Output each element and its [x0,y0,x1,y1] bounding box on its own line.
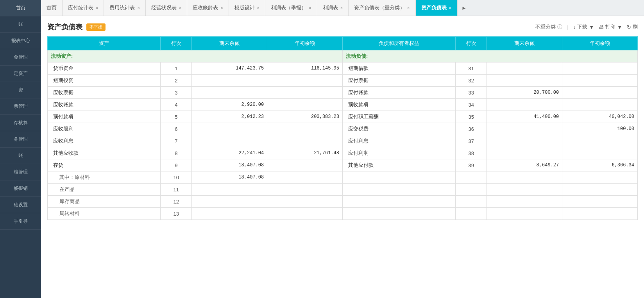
left-end-balance[interactable] [192,184,267,196]
right-begin-balance[interactable] [562,147,638,159]
right-end-balance[interactable]: 8,649.27 [487,159,562,171]
right-label-cell[interactable] [342,208,455,220]
sidebar-item-report-center[interactable]: 报表中心 [0,33,41,49]
left-end-balance[interactable] [192,135,267,147]
tab-close-template-design[interactable]: × [257,5,259,10]
left-end-balance[interactable]: 18,407.08 [192,171,267,184]
right-end-balance[interactable] [487,123,562,135]
left-end-balance[interactable]: 2,920.00 [192,99,267,111]
right-begin-balance[interactable] [562,208,638,220]
right-label-cell[interactable]: 应付利息 [342,135,455,147]
tab-ar-aging[interactable]: 应收账龄表 × [187,0,229,16]
right-begin-balance[interactable]: 40,042.00 [562,111,638,123]
right-end-balance[interactable] [487,135,562,147]
right-label-cell[interactable]: 应付账款 [342,87,455,99]
left-begin-balance[interactable] [267,196,343,208]
left-label-cell[interactable]: 应收利息 [48,135,161,147]
left-label-cell[interactable]: 在产品 [48,184,161,196]
tab-profit-quarterly[interactable]: 利润表（季报） × [265,0,317,16]
right-label-cell[interactable]: 预收款项 [342,99,455,111]
tab-balance-reclassified[interactable]: 资产负债表（重分类） × [349,0,415,16]
left-label-cell[interactable]: 短期投资 [48,75,161,87]
left-begin-balance[interactable] [267,208,343,220]
right-label-cell[interactable] [342,184,455,196]
right-end-balance[interactable] [487,184,562,196]
right-label-cell[interactable]: 应付职工薪酬 [342,111,455,123]
tab-close-ap-stats[interactable]: × [96,5,98,10]
left-begin-balance[interactable]: 200,383.23 [267,111,343,123]
left-label-cell[interactable]: 货币资金 [48,62,161,75]
left-end-balance[interactable]: 147,423.75 [192,62,267,75]
right-end-balance[interactable] [487,208,562,220]
left-begin-balance[interactable] [267,184,343,196]
tab-expense-stats[interactable]: 费用统计表 × [104,0,145,16]
sidebar-item-inventory[interactable]: 存核算 [0,115,41,131]
left-end-balance[interactable]: 18,407.08 [192,159,267,171]
sidebar-item-home[interactable]: 首页 [0,0,41,16]
right-label-cell[interactable] [342,196,455,208]
right-begin-balance[interactable]: 100.00 [562,123,638,135]
sidebar-item-ledger[interactable]: 账 [0,148,41,164]
sidebar-item-invest[interactable]: 资 [0,82,41,98]
left-begin-balance[interactable] [267,123,343,135]
tab-close-balance-sheet[interactable]: × [449,5,451,10]
tab-template-design[interactable]: 模版设计 × [229,0,265,16]
download-button[interactable]: ↓ 下载 ▼ [573,23,594,30]
tab-close-expense-stats[interactable]: × [137,5,140,10]
left-label-cell[interactable]: 应收票据 [48,87,161,99]
right-label-cell[interactable] [342,171,455,184]
tab-close-profit-quarterly[interactable]: × [309,5,311,10]
sidebar-item-affairs-mgmt[interactable]: 务管理 [0,131,41,148]
right-begin-balance[interactable] [562,99,638,111]
right-end-balance[interactable] [487,99,562,111]
tab-close-ar-aging[interactable]: × [220,5,223,10]
left-label-cell[interactable]: 应收账款 [48,99,161,111]
right-begin-balance[interactable] [562,75,638,87]
left-begin-balance[interactable] [267,135,343,147]
right-label-cell[interactable]: 短期借款 [342,62,455,75]
left-end-balance[interactable] [192,208,267,220]
sidebar-item-account[interactable]: 账 [0,16,41,33]
sidebar-item-guide[interactable]: 手引导 [0,213,41,230]
left-label-cell[interactable]: 周转材料 [48,208,161,220]
left-begin-balance[interactable] [267,75,343,87]
print-button[interactable]: 🖶 打印 ▼ [599,23,622,30]
tab-balance-sheet[interactable]: 资产负债表 × [416,0,457,16]
left-begin-balance[interactable] [267,99,343,111]
classification-selector[interactable]: 不重分类 ⓘ [535,23,562,30]
right-end-balance[interactable]: 41,400.00 [487,111,562,123]
left-end-balance[interactable]: 22,241.04 [192,147,267,159]
left-label-cell[interactable]: 应收股利 [48,123,161,135]
left-begin-balance[interactable] [267,159,343,171]
tab-close-balance-reclassified[interactable]: × [407,5,410,10]
sidebar-item-fixed-assets[interactable]: 定资产 [0,66,41,82]
tab-scroll-right[interactable]: ► [457,0,470,16]
right-label-cell[interactable]: 应付利润 [342,147,455,159]
right-begin-balance[interactable] [562,62,638,75]
left-end-balance[interactable] [192,123,267,135]
left-begin-balance[interactable]: 21,761.48 [267,147,343,159]
left-label-cell[interactable]: 库存商品 [48,196,161,208]
tab-ap-stats[interactable]: 应付统计表 × [63,0,104,16]
right-begin-balance[interactable]: 6,366.34 [562,159,638,171]
right-end-balance[interactable]: 20,700.00 [487,87,562,99]
left-label-cell[interactable]: 其中：原材料 [48,171,161,184]
left-label-cell[interactable]: 存货 [48,159,161,171]
right-label-cell[interactable]: 应交税费 [342,123,455,135]
help-icon[interactable]: ⓘ [557,23,562,30]
tab-home[interactable]: 首页 [41,0,63,16]
right-end-balance[interactable] [487,147,562,159]
sidebar-item-archive[interactable]: 档管理 [0,164,41,180]
right-begin-balance[interactable] [562,184,638,196]
left-begin-balance[interactable] [267,87,343,99]
left-end-balance[interactable]: 2,012.23 [192,111,267,123]
right-end-balance[interactable] [487,62,562,75]
left-end-balance[interactable] [192,75,267,87]
left-begin-balance[interactable]: 116,145.95 [267,62,343,75]
right-begin-balance[interactable] [562,135,638,147]
right-begin-balance[interactable] [562,87,638,99]
left-end-balance[interactable] [192,196,267,208]
tab-profit[interactable]: 利润表 × [317,0,349,16]
right-begin-balance[interactable] [562,171,638,184]
sidebar-item-expense[interactable]: 畅报销 [0,180,41,197]
